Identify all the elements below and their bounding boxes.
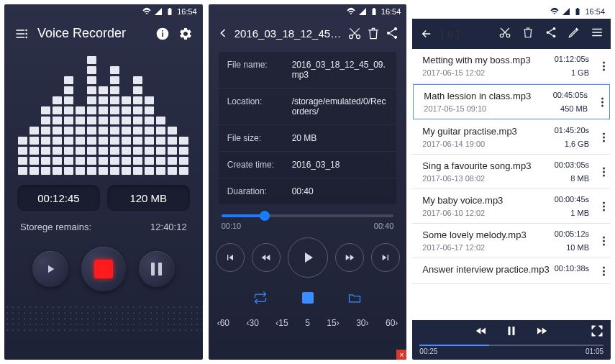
mini-player: 00:25 01:05	[412, 320, 611, 360]
mini-progress[interactable]	[419, 345, 603, 346]
item-date: 2017-06-17 12:02	[422, 243, 485, 252]
close-icon[interactable]: ×	[396, 350, 406, 360]
location-value: /storage/emulated/0/Recorders/	[292, 96, 388, 117]
list-item[interactable]: Metting with my boss.mp301:12:05s 2017-0…	[412, 49, 611, 83]
forward-button[interactable]	[535, 324, 548, 340]
wifi-icon	[142, 7, 151, 16]
recording-list[interactable]: Metting with my boss.mp301:12:05s 2017-0…	[412, 49, 611, 284]
skip-end-button[interactable]	[371, 243, 400, 272]
svg-point-2	[25, 36, 27, 38]
created-key: Create time:	[227, 160, 292, 170]
delete-icon[interactable]	[521, 26, 534, 42]
delete-icon[interactable]	[366, 26, 381, 40]
cut-icon[interactable]	[498, 26, 511, 42]
item-count: [ 6 ]	[441, 28, 459, 40]
skip-amount[interactable]: 30›	[356, 318, 368, 328]
more-icon[interactable]	[603, 132, 605, 142]
app-title: Voice Recorder	[37, 26, 147, 41]
progress-slider[interactable]	[209, 211, 407, 217]
folder-button[interactable]	[345, 288, 365, 308]
item-date: 2017-06-15 12:02	[422, 68, 485, 77]
more-icon[interactable]	[603, 201, 605, 211]
status-bar: 16:54	[4, 4, 203, 19]
skip-amount[interactable]: 5	[305, 318, 310, 328]
duration-key: Duaration:	[227, 186, 292, 196]
item-name: Answer interview practice.mp3	[422, 264, 549, 275]
storage-value: 12:40:12	[150, 222, 187, 232]
item-size: 1 MB	[570, 209, 589, 217]
transport-controls	[209, 237, 407, 278]
back-icon[interactable]	[419, 27, 434, 41]
rewind-button[interactable]	[252, 243, 281, 272]
file-size: 120 MB	[107, 185, 190, 211]
gear-icon[interactable]	[178, 27, 193, 41]
library-screen: 16:54 [ 6 ] Metting with my boss.mp301:1…	[412, 4, 611, 360]
edit-icon[interactable]	[568, 26, 580, 42]
item-duration: 00:03:05s	[555, 160, 589, 171]
svg-point-14	[547, 31, 550, 34]
fullscreen-icon[interactable]	[591, 324, 603, 340]
share-icon[interactable]	[545, 26, 557, 42]
recorder-header: Voice Recorder	[4, 19, 203, 48]
menu-icon[interactable]	[14, 27, 29, 41]
forward-button[interactable]	[335, 243, 364, 272]
play-button[interactable]	[32, 251, 68, 287]
item-size: 1,6 GB	[565, 140, 589, 148]
skip-start-button[interactable]	[216, 243, 245, 272]
signal-icon	[358, 7, 367, 16]
status-bar: 16:54	[412, 4, 611, 19]
battery-icon	[573, 7, 582, 16]
signal-icon	[562, 7, 570, 16]
item-date: 2017-06-14 19:00	[422, 140, 485, 148]
list-item[interactable]: Math lession in class.mp300:45:05s 2017-…	[413, 84, 610, 119]
list-item[interactable]: My baby voice.mp300:00:45s 2017-06-10 12…	[412, 189, 611, 224]
svg-point-10	[394, 36, 397, 39]
more-icon[interactable]	[603, 167, 605, 176]
svg-point-9	[387, 32, 390, 35]
list-item[interactable]: Sing a favourite song.mp300:03:05s 2017-…	[412, 155, 611, 189]
item-name: Metting with my boss.mp3	[422, 55, 530, 65]
pause-button[interactable]	[139, 251, 175, 287]
svg-point-15	[553, 35, 556, 37]
skip-amounts: ‹60‹30‹15515›30›60›	[209, 308, 407, 334]
more-icon[interactable]	[603, 236, 605, 245]
status-time: 16:54	[177, 7, 197, 16]
rewind-button[interactable]	[475, 324, 488, 340]
pause-button[interactable]	[505, 324, 518, 340]
battery-icon	[165, 7, 174, 16]
cut-icon[interactable]	[347, 26, 362, 40]
item-name: Math lession in class.mp3	[424, 91, 531, 101]
list-item[interactable]: Some lovely melody.mp300:05:12s 2017-06-…	[412, 224, 611, 258]
skip-amount[interactable]: 60›	[386, 318, 398, 328]
mini-pos: 00:25	[419, 347, 437, 355]
list-item[interactable]: Answer interview practice.mp300:10:38s	[412, 258, 611, 284]
player-header: 2016_03_18_12_45_...	[209, 19, 407, 47]
status-bar: 16:54	[209, 4, 407, 19]
info-icon[interactable]	[155, 27, 170, 41]
skip-amount[interactable]: ‹60	[217, 318, 229, 328]
menu-icon[interactable]	[591, 26, 603, 42]
wifi-icon	[347, 7, 355, 16]
status-time: 16:54	[585, 7, 605, 16]
filename-value: 2016_03_18_12_45_09.mp3	[292, 60, 388, 80]
more-icon[interactable]	[601, 97, 603, 106]
svg-rect-5	[162, 30, 163, 32]
total-label: 00:40	[374, 222, 394, 230]
repeat-button[interactable]	[250, 288, 270, 308]
skip-amount[interactable]: ‹15	[275, 318, 288, 328]
stop-button[interactable]	[298, 288, 318, 308]
share-icon[interactable]	[385, 26, 399, 40]
record-button[interactable]	[81, 247, 126, 291]
filename-key: File name:	[227, 60, 292, 80]
skip-amount[interactable]: ‹30	[247, 318, 259, 328]
list-item[interactable]: My guitar practise.mp301:45:20s 2017-06-…	[412, 120, 611, 155]
more-icon[interactable]	[603, 61, 605, 70]
item-size: 8 MB	[570, 174, 589, 183]
duration-value: 00:40	[292, 186, 388, 196]
play-button[interactable]	[288, 237, 328, 278]
back-icon[interactable]	[216, 26, 230, 40]
item-size: 1 GB	[571, 68, 589, 77]
more-icon[interactable]	[603, 266, 605, 276]
skip-amount[interactable]: 15›	[327, 318, 339, 328]
speaker-grill	[4, 304, 203, 333]
